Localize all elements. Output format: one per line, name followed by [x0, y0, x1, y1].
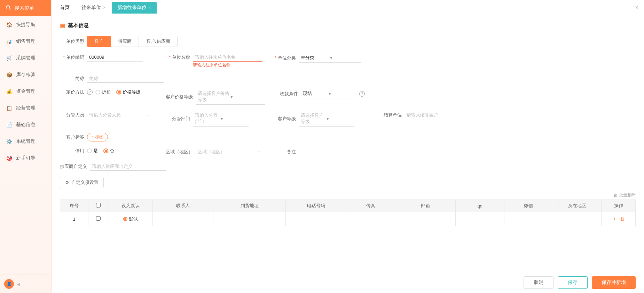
- tab-new-partner-close[interactable]: ×: [149, 5, 151, 10]
- add-row-button[interactable]: ＋: [612, 216, 617, 221]
- sidebar-item-quick-nav[interactable]: 🏠 快捷导航: [0, 16, 51, 33]
- pricing-radio-discount[interactable]: 折扣: [95, 89, 111, 95]
- disabled-group: 停用 是 否: [60, 148, 157, 154]
- col-region: 所在地区: [553, 200, 602, 212]
- unit-btn-customer[interactable]: 客户: [87, 36, 111, 47]
- cell-checkbox[interactable]: [88, 212, 109, 226]
- disabled-radio-no[interactable]: 否: [103, 148, 114, 154]
- customer-tag-group: 客户标签 + 标签: [60, 133, 157, 141]
- customer-price-level-select[interactable]: 请选择客户价格等级 ▾: [196, 89, 265, 105]
- gear-icon: ⚙: [65, 180, 69, 185]
- delete-row-button[interactable]: 🗑: [620, 216, 625, 221]
- col-address: 到货地址: [213, 200, 286, 212]
- section-icon: ▣: [60, 22, 65, 29]
- select-all-checkbox[interactable]: [96, 203, 101, 207]
- disabled-radio-yes[interactable]: 是: [87, 148, 98, 154]
- tab-bar: 首页 往来单位 × 新增往来单位 × ×: [52, 0, 644, 15]
- newbie-icon: 🎯: [6, 155, 13, 162]
- purchase-icon: 🛒: [6, 55, 13, 62]
- unit-code-label: 单位编码: [60, 54, 84, 60]
- sidebar-search-label: 搜索菜单: [15, 5, 34, 11]
- sidebar-expand-icon[interactable]: ◀: [17, 282, 20, 287]
- payment-terms-select[interactable]: 现结 ▾: [301, 89, 356, 98]
- supervisor-row: 分管人员 ··· 分管部门 请输入分管部门 ▾ 客户等级 请选择客户等级 ▾ 结…: [60, 111, 636, 127]
- sidebar-item-label: 资金管理: [16, 88, 36, 95]
- remark-input[interactable]: [299, 148, 368, 156]
- fax-input[interactable]: [360, 215, 381, 223]
- unit-btn-both[interactable]: 客户/供应商: [139, 36, 178, 47]
- cell-seq: 1: [60, 212, 88, 226]
- address-input[interactable]: [232, 215, 267, 223]
- email-input[interactable]: [411, 215, 439, 223]
- region-more-btn[interactable]: ···: [254, 149, 261, 155]
- unit-code-input[interactable]: [87, 53, 143, 62]
- sidebar-item-inventory[interactable]: 📦 库存核算: [0, 66, 51, 83]
- radio-dot: [118, 91, 120, 93]
- customer-level-group: 客户等级 请选择客户等级 ▾: [272, 111, 369, 127]
- sidebar-item-sales[interactable]: 📊 销售管理: [0, 33, 51, 50]
- cancel-button[interactable]: 取消: [524, 276, 553, 289]
- cell-email[interactable]: [395, 212, 456, 226]
- sidebar-item-basic-info[interactable]: 📄 基础信息: [0, 116, 51, 133]
- row-checkbox[interactable]: [96, 216, 101, 221]
- footer: 取消 保存 保存并新增: [52, 272, 644, 293]
- save-button[interactable]: 保存: [558, 276, 588, 289]
- region-row-input[interactable]: [567, 215, 588, 223]
- custom-settings-button[interactable]: ⚙ 自定义项设置: [60, 177, 104, 188]
- table-actions-top: 🗑 批量删除: [60, 192, 636, 198]
- phone-input[interactable]: [302, 215, 330, 223]
- cell-fax[interactable]: [346, 212, 395, 226]
- supervisor-group: 分管人员 ···: [60, 111, 157, 119]
- chevron-down-icon: ▾: [327, 116, 352, 121]
- unit-btn-supplier[interactable]: 供应商: [111, 36, 139, 47]
- sidebar-item-label: 快捷导航: [16, 22, 36, 28]
- pricing-radio-price-level[interactable]: 价格等级: [116, 89, 141, 95]
- cell-qq[interactable]: [456, 212, 504, 226]
- supervisor-label: 分管人员: [60, 112, 84, 118]
- radio-circle-yes: [87, 148, 92, 153]
- department-select[interactable]: 请输入分管部门 ▾: [193, 111, 249, 127]
- supplier-custom-group: 供应商自定义: [60, 162, 166, 171]
- batch-delete-button[interactable]: 🗑 批量删除: [613, 192, 636, 198]
- sidebar-search[interactable]: 搜索菜单: [0, 0, 51, 16]
- pricing-help-icon[interactable]: ?: [87, 89, 93, 95]
- customer-level-select[interactable]: 请选择客户等级 ▾: [299, 111, 354, 127]
- short-name-input[interactable]: [87, 74, 164, 83]
- tab-trading-partners-close[interactable]: ×: [103, 5, 105, 10]
- unit-name-input[interactable]: [193, 53, 262, 62]
- cell-contact[interactable]: [152, 212, 213, 226]
- settlement-unit-input[interactable]: [405, 111, 460, 119]
- sidebar-item-newbie[interactable]: 🎯 新手引导: [0, 150, 51, 166]
- unit-category-select[interactable]: 未分类 ▾: [299, 53, 361, 63]
- qq-input[interactable]: [470, 215, 490, 223]
- cell-phone[interactable]: [286, 212, 346, 226]
- cell-wechat[interactable]: [504, 212, 553, 226]
- radio-dot-default: [124, 218, 126, 220]
- cell-address[interactable]: [213, 212, 286, 226]
- cell-region[interactable]: [553, 212, 602, 226]
- tab-trading-partners[interactable]: 往来单位 ×: [76, 2, 111, 14]
- supplier-custom-input[interactable]: [90, 162, 166, 171]
- home-icon: 🏠: [6, 21, 13, 28]
- sidebar-item-label: 销售管理: [16, 38, 36, 44]
- settlement-more-btn[interactable]: ···: [463, 112, 470, 118]
- wechat-input[interactable]: [518, 215, 539, 223]
- tab-new-partner[interactable]: 新增往来单位 ×: [112, 2, 157, 14]
- chevron-down-icon: ▾: [221, 116, 246, 121]
- sidebar-item-system[interactable]: ⚙️ 系统管理: [0, 133, 51, 150]
- main-close-button[interactable]: ×: [633, 3, 641, 12]
- region-input[interactable]: [196, 148, 251, 156]
- sidebar-item-purchase[interactable]: 🛒 采购管理: [0, 50, 51, 66]
- tab-home[interactable]: 首页: [54, 2, 75, 14]
- add-tag-button[interactable]: + 标签: [87, 133, 108, 141]
- unit-category-group: 单位分类 未分类 ▾: [272, 53, 369, 63]
- payment-help-icon[interactable]: ?: [359, 91, 365, 97]
- short-name-group: 简称: [60, 74, 164, 83]
- contact-input[interactable]: [169, 215, 197, 223]
- chevron-down-icon: ▾: [230, 94, 263, 99]
- sidebar-item-finance[interactable]: 💰 资金管理: [0, 83, 51, 100]
- supervisor-more-btn[interactable]: ···: [146, 112, 152, 118]
- supervisor-input[interactable]: [87, 111, 143, 119]
- sidebar-item-operations[interactable]: 📋 经营管理: [0, 100, 51, 116]
- save-new-button[interactable]: 保存并新增: [592, 276, 636, 289]
